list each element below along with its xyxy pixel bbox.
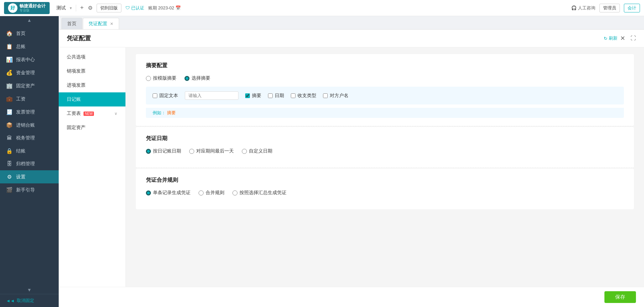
date-title: 凭证日期 (146, 135, 624, 142)
left-nav-journal[interactable]: 日记账 (59, 92, 125, 106)
left-nav-payroll[interactable]: 工资表 NEW ∨ (59, 106, 125, 121)
calendar-icon[interactable]: 📅 (175, 5, 181, 10)
sidebar-item-report[interactable]: 📊 报表中心 (0, 53, 59, 66)
sidebar-item-label: 新手引导 (16, 187, 35, 193)
sidebar-item-settings[interactable]: ⚙ 设置 (0, 170, 59, 183)
pay-type-checkbox[interactable]: 收支类型 (291, 93, 316, 99)
example-label: 例如： (153, 110, 166, 115)
expand-button[interactable]: ⛶ (631, 35, 636, 41)
merge-rule-input[interactable] (199, 190, 204, 195)
add-button[interactable]: + (80, 4, 84, 11)
period-last-input[interactable] (189, 149, 194, 154)
summary-radio-group: 按模版摘要 选择摘要 (146, 75, 624, 81)
tab-close-icon[interactable]: ✕ (110, 21, 113, 26)
period-value: 2023-02 (158, 5, 174, 10)
tab-home[interactable]: 首页 (61, 18, 82, 29)
config-content: 摘要配置 按模版摘要 选择摘要 (126, 47, 644, 287)
certified-icon: 🛡 (125, 5, 130, 10)
user-button[interactable]: 管理员 (599, 4, 620, 12)
sidebar-item-invoice[interactable]: 🧾 发票管理 (0, 105, 59, 119)
refresh-label: 刷新 (609, 35, 618, 41)
summary-select-label: 选择摘要 (192, 75, 210, 81)
single-record-radio[interactable]: 单条记录生成凭证 (146, 190, 191, 196)
period-last-radio[interactable]: 对应期间最后一天 (189, 148, 234, 154)
left-nav-fixed-assets[interactable]: 固定资产 (59, 121, 125, 135)
save-button[interactable]: 保存 (604, 291, 636, 303)
journal-date-input[interactable] (146, 149, 151, 154)
date-checkbox[interactable]: 日期 (268, 93, 284, 99)
cancel-pin-button[interactable]: ◄◄ 取消固定 (0, 294, 59, 307)
sidebar-item-label: 固定资产 (16, 83, 35, 89)
left-arrow-icon: ◄◄ (6, 298, 15, 303)
sidebar-item-salary[interactable]: 💼 工资 (0, 92, 59, 105)
config-wrapper: 凭证配置 ↻ 刷新 ✕ ⛶ 公共选项 (59, 30, 644, 307)
sidebar-item-trade[interactable]: 📦 进销台账 (0, 119, 59, 132)
sidebar-item-home[interactable]: 🏠 首页 (0, 27, 59, 40)
summary-template-radio[interactable]: 按模版摘要 (146, 75, 176, 81)
custom-date-label: 自定义日期 (249, 148, 272, 154)
sidebar-scroll-up[interactable]: ▲ (0, 16, 59, 24)
support-button[interactable]: 🎧 人工咨询 (571, 5, 595, 11)
summary-select-radio[interactable]: 选择摘要 (184, 75, 210, 81)
pay-type-input[interactable] (291, 93, 296, 98)
date-input[interactable] (268, 93, 273, 98)
refresh-button[interactable]: ↻ 刷新 (604, 35, 618, 41)
single-record-input[interactable] (146, 190, 151, 195)
tab-voucher-config[interactable]: 凭证配置 ✕ (83, 18, 119, 29)
accountant-button[interactable]: 会计 (624, 4, 640, 12)
counterparty-input[interactable] (323, 93, 328, 98)
period-label: 账期 (148, 5, 157, 11)
company-chevron[interactable]: ▾ (70, 6, 72, 10)
summary-select-input[interactable] (184, 76, 190, 81)
logo-icon: 好 (8, 3, 17, 13)
close-button[interactable]: ✕ (620, 35, 625, 42)
sidebar-item-label: 工资 (16, 96, 25, 102)
example-value: 摘要 (167, 110, 176, 115)
new-badge: NEW (84, 112, 94, 116)
summary-input[interactable] (245, 93, 250, 98)
journal-date-label: 按日记账日期 (153, 148, 181, 154)
select-summary-radio[interactable]: 按照选择汇总生成凭证 (232, 190, 286, 196)
sidebar-item-ledger[interactable]: 📋 总账 (0, 40, 59, 53)
logo-text: 畅捷通好会计 (19, 3, 46, 9)
left-nav-public[interactable]: 公共选项 (59, 50, 125, 64)
journal-date-radio[interactable]: 按日记账日期 (146, 148, 181, 154)
settings-icon[interactable]: ⚙ (88, 5, 93, 11)
sidebar-item-fund[interactable]: 💰 资金管理 (0, 66, 59, 79)
sidebar-item-closing[interactable]: 🔒 结账 (0, 144, 59, 158)
summary-label: 摘要 (252, 93, 261, 99)
fixed-text-label: 固定文本 (159, 93, 178, 99)
period-last-label: 对应期间最后一天 (196, 148, 234, 154)
sidebar-scroll-down[interactable]: ▼ (0, 286, 59, 294)
summary-checkbox[interactable]: 摘要 (245, 93, 261, 99)
sidebar-item-label: 总账 (16, 44, 25, 50)
sidebar-item-archive[interactable]: 🗄 归档管理 (0, 158, 59, 170)
config-body: 公共选项 销项发票 进项发票 日记账 工资表 NEW (59, 47, 644, 287)
topbar-divider (76, 5, 76, 11)
summary-template-input[interactable] (146, 76, 151, 81)
logo-sub: 专业版 (19, 8, 46, 12)
certified-badge: 🛡 已认证 (125, 5, 144, 11)
fixed-text-field[interactable] (185, 91, 238, 100)
left-nav-sales-invoice[interactable]: 销项发票 (59, 64, 125, 78)
sidebar-item-tax[interactable]: 🏛 税务管理 (0, 132, 59, 144)
fixed-text-checkbox[interactable]: 固定文本 (153, 93, 178, 99)
sidebar-item-asset[interactable]: 🏢 固定资产 (0, 79, 59, 92)
sidebar-item-guide[interactable]: 🎬 新手引导 (0, 183, 59, 196)
select-summary-input[interactable] (232, 190, 237, 195)
left-nav: 公共选项 销项发票 进项发票 日记账 工资表 NEW (59, 47, 126, 287)
tab-voucher-config-label: 凭证配置 (89, 21, 107, 27)
sidebar-scroll: 🏠 首页 📋 总账 📊 报表中心 💰 资金管理 🏢 固定资产 💼 工资 (0, 24, 59, 286)
left-nav-purchase-invoice[interactable]: 进项发票 (59, 78, 125, 92)
summary-template-label: 按模版摘要 (153, 75, 176, 81)
counterparty-checkbox[interactable]: 对方户名 (323, 93, 348, 99)
summary-title: 摘要配置 (146, 62, 624, 69)
fixed-text-input[interactable] (153, 93, 157, 98)
custom-date-input[interactable] (242, 149, 247, 154)
custom-date-radio[interactable]: 自定义日期 (242, 148, 272, 154)
merge-section: 凭证合并规则 单条记录生成凭证 合并规则 (136, 169, 634, 209)
cancel-pin-label: 取消固定 (17, 298, 34, 304)
switch-version-button[interactable]: 切到旧版 (97, 4, 121, 12)
tax-icon: 🏛 (6, 135, 13, 141)
merge-rule-radio[interactable]: 合并规则 (199, 190, 224, 196)
